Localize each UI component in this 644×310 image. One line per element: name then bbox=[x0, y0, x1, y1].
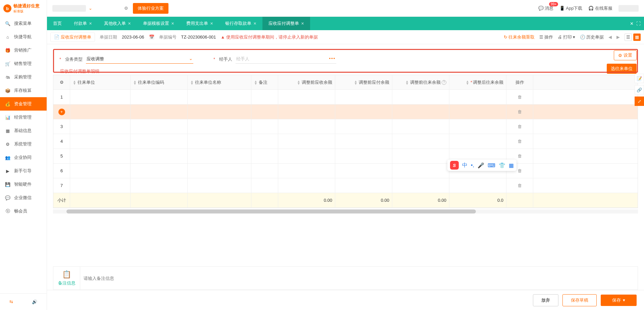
cell-remark[interactable] bbox=[251, 149, 278, 163]
sidebar-item-basicinfo[interactable]: ▦基础信息 bbox=[0, 124, 47, 137]
sidebar-item-quicknav[interactable]: ⌂快捷导航 bbox=[0, 30, 47, 44]
try-industry-button[interactable]: 体验行业方案 bbox=[133, 3, 168, 14]
cell-post-bal[interactable] bbox=[449, 178, 506, 193]
cell-pre-ap[interactable] bbox=[335, 105, 392, 119]
expand-tool-icon[interactable]: ⤢ bbox=[635, 97, 644, 106]
cell-code[interactable] bbox=[131, 134, 188, 148]
cell-remark[interactable] bbox=[251, 90, 278, 104]
cell-post-bal[interactable] bbox=[449, 134, 506, 148]
cell-pre-ap[interactable] bbox=[335, 134, 392, 148]
table-row[interactable]: +🗑 bbox=[53, 105, 638, 119]
delete-row-icon[interactable]: 🗑 bbox=[517, 139, 522, 144]
recalc-balance-link[interactable]: ↻ 往来余额重取 bbox=[504, 34, 535, 40]
print-dropdown[interactable]: 🖨 打印 ▾ bbox=[558, 34, 575, 40]
close-icon[interactable]: ✕ bbox=[253, 21, 256, 26]
horizontal-scrollbar[interactable] bbox=[53, 209, 638, 213]
cell-name[interactable] bbox=[188, 134, 251, 148]
next-doc-icon[interactable]: ▶ bbox=[616, 35, 620, 40]
col-post-bal[interactable]: ▲▼*调整后往来余额 bbox=[449, 75, 506, 89]
cell-unit[interactable] bbox=[70, 149, 131, 163]
cell-pre-ap[interactable] bbox=[335, 149, 392, 163]
close-icon[interactable]: ✕ bbox=[210, 21, 213, 26]
tab-ar-ap-adjust[interactable]: 应收应付调整单✕ bbox=[262, 17, 310, 30]
ime-keyboard-icon[interactable]: ⌨ bbox=[488, 162, 495, 169]
cell-post-bal[interactable] bbox=[449, 90, 506, 104]
col-pre-bal[interactable]: ▲▼调整前往来余额? bbox=[392, 75, 449, 89]
ime-lang[interactable]: 中 bbox=[462, 162, 467, 169]
col-code[interactable]: ▲▼往来单位编码 bbox=[131, 75, 188, 89]
close-icon[interactable]: ✕ bbox=[128, 21, 131, 26]
ime-punct-icon[interactable]: •, bbox=[471, 162, 474, 168]
cell-unit[interactable] bbox=[70, 105, 131, 119]
table-row[interactable]: 7🗑 bbox=[53, 178, 638, 193]
sidebar-item-system[interactable]: ⚙系统管理 bbox=[0, 137, 47, 151]
cell-pre-ar[interactable] bbox=[278, 90, 335, 104]
cell-name[interactable] bbox=[188, 90, 251, 104]
app-download-link[interactable]: 📱 App下载 bbox=[559, 5, 582, 11]
sidebar-item-sales[interactable]: 🛒销售管理 bbox=[0, 57, 47, 70]
attach-tool-icon[interactable]: 🔗 bbox=[635, 85, 644, 95]
col-settings[interactable]: ⚙ bbox=[53, 75, 70, 89]
table-row[interactable]: 1🗑 bbox=[53, 90, 638, 105]
info-icon[interactable]: ? bbox=[442, 80, 446, 85]
note-tool-icon[interactable]: 📝 bbox=[635, 74, 644, 83]
cell-remark[interactable] bbox=[251, 119, 278, 134]
list-view-icon[interactable]: ☰ bbox=[625, 34, 632, 41]
cell-name[interactable] bbox=[188, 149, 251, 163]
save-button[interactable]: 保存▾ bbox=[601, 295, 637, 306]
cell-unit[interactable] bbox=[70, 164, 131, 178]
cell-pre-ar[interactable] bbox=[278, 164, 335, 178]
table-row[interactable]: 3🗑 bbox=[53, 119, 638, 134]
table-row[interactable]: 5🗑 bbox=[53, 149, 638, 164]
scrollbar-thumb[interactable] bbox=[66, 209, 476, 213]
date-value[interactable]: 2023-06-06 bbox=[122, 35, 144, 40]
sidebar-item-collab[interactable]: 👥企业协同 bbox=[0, 151, 47, 164]
tab-expense[interactable]: 费用支出单✕ bbox=[180, 17, 219, 30]
settings-icon[interactable]: ⚙ bbox=[124, 6, 128, 11]
ime-mic-icon[interactable]: 🎤 bbox=[478, 162, 484, 169]
sidebar-item-guide[interactable]: ▶新手引导 bbox=[0, 164, 47, 178]
cell-remark[interactable] bbox=[251, 178, 278, 193]
close-icon[interactable]: ✕ bbox=[171, 21, 174, 26]
cell-pre-bal[interactable] bbox=[392, 178, 449, 193]
ime-toolbar[interactable]: S 中 •, 🎤 ⌨ 👕 ▦ bbox=[447, 160, 516, 171]
tab-payment[interactable]: 付款单✕ bbox=[68, 17, 98, 30]
user-avatar-blurred[interactable] bbox=[618, 5, 639, 12]
cell-code[interactable] bbox=[131, 149, 188, 163]
cell-post-bal[interactable] bbox=[449, 105, 506, 119]
fullscreen-icon[interactable]: ⛶ bbox=[636, 21, 641, 26]
cell-name[interactable] bbox=[188, 178, 251, 193]
cell-pre-bal[interactable] bbox=[392, 105, 449, 119]
delete-row-icon[interactable]: 🗑 bbox=[517, 124, 522, 129]
cell-remark[interactable] bbox=[251, 134, 278, 148]
delete-row-icon[interactable]: 🗑 bbox=[517, 95, 522, 100]
sidebar-item-inventory[interactable]: 📦库存核算 bbox=[0, 84, 47, 97]
handler-input[interactable]: 经手人 ••• bbox=[236, 55, 336, 64]
cell-pre-ar[interactable] bbox=[278, 119, 335, 134]
cell-code[interactable] bbox=[131, 178, 188, 193]
sidebar-item-purchase[interactable]: 🛍采购管理 bbox=[0, 70, 47, 84]
cell-code[interactable] bbox=[131, 164, 188, 178]
discard-button[interactable]: 放弃 bbox=[533, 294, 558, 306]
ime-toolbox-icon[interactable]: ▦ bbox=[509, 162, 514, 169]
ime-skin-icon[interactable]: 👕 bbox=[499, 162, 505, 169]
col-unit[interactable]: ▲▼往来单位 bbox=[70, 75, 131, 89]
calendar-icon[interactable]: 📅 bbox=[149, 35, 154, 40]
sidebar-item-operation[interactable]: 📊经营管理 bbox=[0, 111, 47, 124]
col-pre-ap[interactable]: ▲▼调整前应付余额 bbox=[335, 75, 392, 89]
sidebar-item-vip[interactable]: Ⓥ畅会员 bbox=[0, 204, 47, 218]
workspace-selector[interactable]: ⌄ bbox=[52, 5, 119, 12]
add-row-icon[interactable]: + bbox=[58, 109, 65, 115]
cell-pre-ar[interactable] bbox=[278, 178, 335, 193]
delete-row-icon[interactable]: 🗑 bbox=[517, 153, 522, 159]
cell-pre-ap[interactable] bbox=[335, 178, 392, 193]
collapse-icon[interactable]: ⇆ bbox=[9, 299, 13, 304]
cell-code[interactable] bbox=[131, 105, 188, 119]
operations-dropdown[interactable]: ☰ 操作 bbox=[539, 34, 553, 40]
delete-row-icon[interactable]: 🗑 bbox=[517, 109, 522, 114]
cell-pre-bal[interactable] bbox=[392, 149, 449, 163]
cell-pre-ar[interactable] bbox=[278, 105, 335, 119]
table-row[interactable]: 6🗑 bbox=[53, 164, 638, 178]
close-icon[interactable]: ✕ bbox=[89, 21, 92, 26]
cell-unit[interactable] bbox=[70, 119, 131, 134]
